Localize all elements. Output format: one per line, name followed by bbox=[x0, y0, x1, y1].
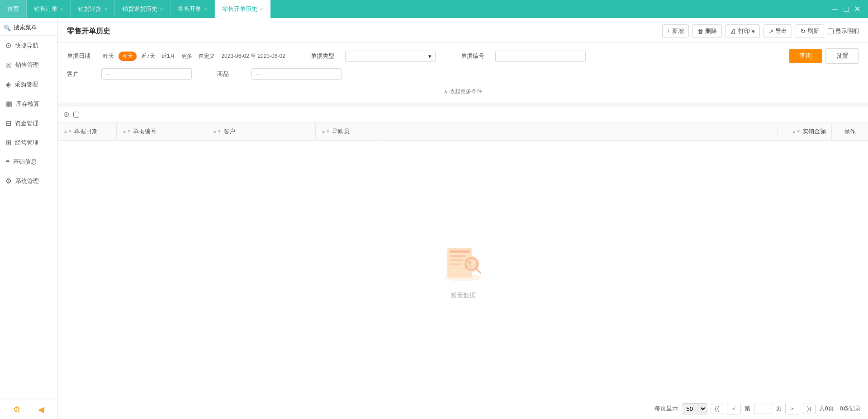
date-btn-custom[interactable]: 自定义 bbox=[197, 52, 217, 61]
filter-row-1: 单据日期 昨天 今天 近7天 近1月 更多 自定义 2023-06-02 至 2… bbox=[67, 48, 859, 64]
type-filter-select[interactable]: ▾ bbox=[345, 51, 436, 62]
filter-date-buttons: 昨天 今天 近7天 近1月 更多 自定义 2023-06-02 至 2023-0… bbox=[101, 52, 285, 61]
add-button[interactable]: + 新增 bbox=[662, 24, 689, 38]
svg-rect-4 bbox=[450, 259, 463, 261]
th-date-label: 单据日期 bbox=[74, 127, 98, 136]
window-minimize-icon[interactable]: ─ bbox=[832, 5, 838, 14]
delete-button[interactable]: 🗑 删除 bbox=[693, 24, 722, 38]
export-button[interactable]: ↗ 导出 bbox=[764, 24, 792, 38]
tab-retail-open-history-close[interactable]: × bbox=[260, 6, 263, 12]
number-filter-input[interactable] bbox=[495, 51, 586, 62]
tab-sales-return-history[interactable]: 销货退货历史 × bbox=[115, 0, 171, 18]
tab-retail-open-history-label: 零售开单历史 bbox=[222, 5, 257, 13]
sidebar-item-basic-info[interactable]: ≡ 基础信息 bbox=[0, 152, 57, 171]
sidebar-item-purchase-mgmt-label: 采购管理 bbox=[14, 80, 38, 89]
sidebar-item-operation-mgmt[interactable]: ⊞ 经营管理 bbox=[0, 133, 57, 152]
tab-sales-return-history-close[interactable]: × bbox=[160, 6, 163, 12]
sidebar-item-basic-info-label: 基础信息 bbox=[13, 158, 37, 166]
sidebar-search[interactable]: 🔍 搜索菜单 bbox=[0, 18, 57, 36]
sort-customer-icon[interactable]: ▲▼ bbox=[213, 129, 222, 134]
sort-guide-icon[interactable]: ▲▼ bbox=[321, 129, 330, 134]
prev-page-button[interactable]: ＜ bbox=[727, 403, 741, 414]
sales-icon: ◎ bbox=[5, 61, 12, 69]
collapse-filter-button[interactable]: ∧ 收起更多条件 bbox=[438, 86, 488, 97]
tab-sales-return-close[interactable]: × bbox=[104, 6, 107, 12]
tab-retail-open-close[interactable]: × bbox=[204, 6, 207, 12]
main-layout: 🔍 搜索菜单 ⊙ 快捷导航 ◎ 销售管理 ◈ 采购管理 ▦ 库存核算 ⊟ 资金管 bbox=[0, 18, 868, 419]
display-detail-label: 显示明细 bbox=[835, 27, 859, 35]
tab-bar-right-icons: ─ □ ✕ bbox=[832, 4, 861, 14]
window-maximize-icon[interactable]: □ bbox=[844, 5, 849, 14]
query-button[interactable]: 查询 bbox=[789, 49, 822, 63]
operation-icon: ⊞ bbox=[5, 138, 11, 147]
empty-illustration bbox=[436, 239, 490, 284]
tab-sales-order-label: 销售订单 bbox=[34, 5, 57, 13]
th-amount: ▲▼ 实销金额 bbox=[778, 123, 832, 140]
sidebar-item-purchase-mgmt[interactable]: ◈ 采购管理 bbox=[0, 75, 57, 94]
finance-icon: ⊟ bbox=[5, 119, 11, 127]
date-btn-1month[interactable]: 近1月 bbox=[160, 52, 177, 61]
date-btn-yesterday[interactable]: 昨天 bbox=[101, 52, 116, 61]
th-guide: ▲▼ 导购员 bbox=[316, 123, 379, 140]
table-header: ▲▼ 单据日期 ▲▼ 单据编号 ▲▼ 客户 ▲▼ 导购员 ▲▼ bbox=[58, 123, 868, 141]
tab-retail-open-history[interactable]: 零售开单历史 × bbox=[215, 0, 270, 18]
sidebar-item-finance-mgmt[interactable]: ⊟ 资金管理 bbox=[0, 113, 57, 133]
sidebar-item-inventory-calc[interactable]: ▦ 库存核算 bbox=[0, 94, 57, 113]
page-label-before: 第 bbox=[745, 405, 750, 413]
tab-retail-open-label: 零售开单 bbox=[178, 5, 201, 13]
window-close-icon[interactable]: ✕ bbox=[854, 4, 861, 14]
page-number-input[interactable]: 1 bbox=[754, 404, 772, 414]
next-page-button[interactable]: ＞ bbox=[785, 403, 799, 414]
collapse-filter-label: 收起更多条件 bbox=[450, 88, 482, 95]
filter-settings-button[interactable]: 设置 bbox=[825, 48, 859, 64]
date-btn-more[interactable]: 更多 bbox=[180, 52, 194, 61]
date-btn-7days[interactable]: 近7天 bbox=[139, 52, 157, 61]
print-dropdown-icon: ▾ bbox=[752, 28, 755, 35]
first-page-button[interactable]: ⟨⟨ bbox=[711, 404, 723, 414]
tab-sales-order-close[interactable]: × bbox=[60, 6, 63, 12]
th-ops: 操作 bbox=[832, 123, 868, 140]
sort-amount-icon[interactable]: ▲▼ bbox=[792, 129, 801, 134]
tab-sales-return[interactable]: 销货退货 × bbox=[71, 0, 114, 18]
type-filter-label: 单据类型 bbox=[311, 52, 338, 60]
export-icon: ↗ bbox=[768, 28, 773, 35]
empty-state: 暂无数据 bbox=[58, 141, 868, 398]
customer-filter-input[interactable]: ··· bbox=[101, 68, 192, 80]
page-label-after: 页 bbox=[776, 405, 782, 413]
table-settings-icon[interactable]: ⚙ bbox=[63, 110, 70, 119]
select-all-checkbox[interactable] bbox=[73, 112, 79, 118]
collapse-sidebar-icon[interactable]: ◀ bbox=[38, 405, 44, 414]
sort-number-icon[interactable]: ▲▼ bbox=[122, 129, 131, 134]
display-detail-toggle[interactable]: 显示明细 bbox=[828, 27, 859, 35]
last-page-button[interactable]: ⟩⟩ bbox=[803, 404, 816, 414]
th-customer-label: 客户 bbox=[223, 127, 235, 136]
print-button[interactable]: 🖨 打印 ▾ bbox=[726, 24, 760, 38]
refresh-icon: ↻ bbox=[801, 28, 806, 35]
sidebar-item-system-mgmt-label: 系统管理 bbox=[15, 177, 39, 185]
th-ops-label: 操作 bbox=[844, 127, 856, 136]
tab-retail-open[interactable]: 零售开单 × bbox=[171, 0, 214, 18]
sidebar-item-operation-mgmt-label: 经营管理 bbox=[15, 139, 38, 147]
goods-filter-input[interactable]: ··· bbox=[251, 68, 342, 80]
sidebar-item-quick-nav[interactable]: ⊙ 快捷导航 bbox=[0, 36, 57, 55]
th-amount-label: 实销金额 bbox=[802, 127, 826, 136]
table-toolbar: ⚙ bbox=[58, 107, 868, 123]
sort-date-icon[interactable]: ▲▼ bbox=[63, 129, 72, 134]
svg-rect-5 bbox=[450, 264, 461, 265]
page-size-label: 每页显示 bbox=[655, 405, 678, 413]
tab-sales-order[interactable]: 销售订单 × bbox=[27, 0, 71, 18]
date-filter-label: 单据日期 bbox=[67, 52, 94, 60]
refresh-button[interactable]: ↻ 刷新 bbox=[796, 24, 824, 38]
date-btn-today[interactable]: 今天 bbox=[119, 52, 137, 61]
th-number-label: 单据编号 bbox=[133, 127, 157, 136]
sidebar-item-quick-nav-label: 快捷导航 bbox=[15, 42, 38, 50]
purchase-icon: ◈ bbox=[5, 80, 11, 89]
sidebar-item-system-mgmt[interactable]: ⚙ 系统管理 bbox=[0, 171, 57, 191]
sidebar-item-sales-mgmt[interactable]: ◎ 销售管理 bbox=[0, 55, 57, 75]
page-size-select[interactable]: 50 20 100 200 bbox=[682, 403, 707, 414]
settings-bottom-icon[interactable]: ⚙ bbox=[13, 405, 20, 414]
tab-home[interactable]: 首页 bbox=[0, 0, 27, 18]
display-detail-checkbox[interactable] bbox=[828, 28, 834, 34]
page-header: 零售开单历史 + 新增 🗑 删除 🖨 打印 ▾ ↗ 导出 ↻ bbox=[58, 18, 868, 43]
tab-home-label: 首页 bbox=[7, 5, 19, 13]
